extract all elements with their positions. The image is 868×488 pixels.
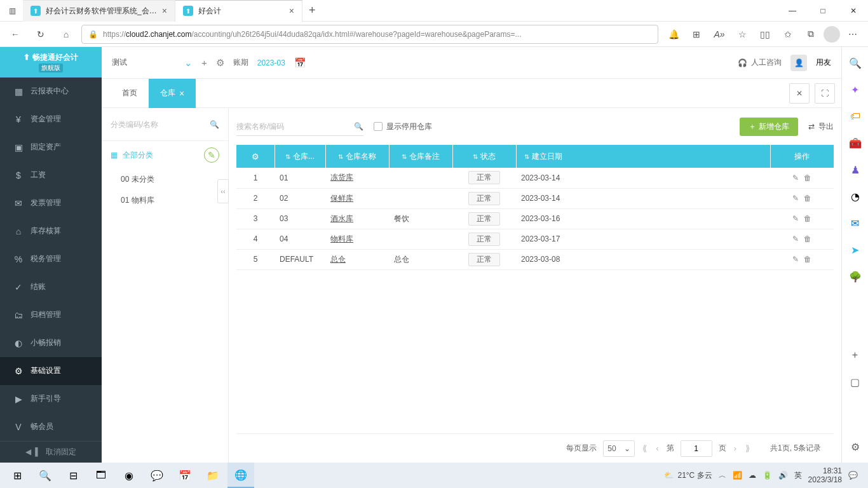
add-category-button[interactable]: ✎	[204, 147, 219, 163]
maximize-button[interactable]: □	[808, 0, 837, 22]
battery-icon[interactable]: 🔋	[763, 471, 772, 480]
profile-icon[interactable]	[824, 26, 840, 43]
sidebar-item-1[interactable]: ¥资金管理	[0, 105, 102, 133]
col-date[interactable]: ⇅建立日期	[516, 145, 770, 168]
cloud-icon[interactable]: ☁	[749, 471, 756, 480]
wifi-icon[interactable]: 📶	[733, 471, 742, 480]
browser-tab-1[interactable]: ⬆ 好会计 ×	[175, 0, 302, 22]
col-code[interactable]: ⇅仓库...	[275, 145, 325, 168]
refresh-button[interactable]: ↻	[31, 24, 51, 44]
home-button[interactable]: ⌂	[56, 24, 76, 44]
col-remark[interactable]: ⇅仓库备注	[389, 145, 452, 168]
wechat-icon[interactable]: 💬	[144, 463, 170, 488]
favorite-icon[interactable]: ☆	[732, 24, 752, 44]
collections-icon[interactable]: ⧉	[801, 24, 821, 44]
sidebar-item-8[interactable]: 🗂归档管理	[0, 301, 102, 329]
tree-icon[interactable]: 🌳	[848, 269, 862, 283]
delete-icon[interactable]: 🗑	[804, 173, 811, 182]
table-search-input[interactable]	[236, 122, 350, 131]
sidebar-item-2[interactable]: ▣固定资产	[0, 133, 102, 161]
page-input[interactable]	[681, 440, 712, 457]
fullscreen-button[interactable]: ⛶	[815, 83, 835, 104]
url-bar[interactable]: 🔒 https://cloud2.chanjet.com/accounting/…	[81, 25, 658, 44]
edit-icon[interactable]: ✎	[792, 234, 799, 243]
col-status[interactable]: ⇅状态	[452, 145, 516, 168]
settings-icon[interactable]: ⚙	[848, 440, 862, 454]
col-name[interactable]: ⇅仓库名称	[325, 145, 389, 168]
close-all-button[interactable]: ✕	[789, 83, 810, 104]
search-icon[interactable]: 🔍	[848, 56, 862, 70]
close-icon[interactable]: ×	[179, 88, 184, 98]
browser-tab-0[interactable]: ⬆ 好会计云财务软件管理系统_会计... ×	[23, 0, 175, 22]
per-page-select[interactable]: 50⌄	[603, 440, 635, 457]
delete-icon[interactable]: 🗑	[804, 214, 811, 223]
first-page-button[interactable]: ⟪	[641, 444, 648, 453]
consult-button[interactable]: 🎧人工咨询	[738, 57, 782, 68]
cell-name[interactable]: 保鲜库	[325, 188, 389, 208]
edit-icon[interactable]: ✎	[792, 214, 799, 223]
tab-actions-icon[interactable]: ▥	[5, 4, 19, 18]
chrome-icon[interactable]: ◉	[116, 463, 142, 488]
avatar[interactable]: 👤	[790, 55, 807, 71]
close-icon[interactable]: ×	[289, 6, 294, 16]
show-disabled-checkbox[interactable]: 显示停用仓库	[374, 121, 432, 132]
minimize-button[interactable]: —	[778, 0, 807, 22]
tab-warehouse[interactable]: 仓库×	[149, 79, 196, 108]
sidebar-item-3[interactable]: $工资	[0, 161, 102, 189]
sidebar-item-12[interactable]: V畅会员	[0, 413, 102, 441]
edit-icon[interactable]: ✎	[792, 173, 799, 182]
account-settings-icon[interactable]: ⚙	[216, 57, 224, 69]
category-search-input[interactable]	[111, 120, 206, 129]
collapse-button[interactable]: ‹‹	[217, 179, 229, 203]
add-icon[interactable]: +	[848, 348, 862, 362]
cell-name[interactable]: 酒水库	[325, 208, 389, 229]
send-icon[interactable]: ➤	[848, 243, 862, 257]
export-button[interactable]: ⇄导出	[808, 121, 834, 132]
cell-name[interactable]: 总仓	[325, 249, 389, 269]
prev-page-button[interactable]: ‹	[654, 444, 660, 453]
ime-indicator[interactable]: 英	[794, 470, 802, 481]
edge-app-icon[interactable]: 🌐	[227, 463, 254, 488]
tab-home[interactable]: 首页	[111, 79, 149, 108]
search-button[interactable]: 🔍	[32, 463, 58, 488]
weather[interactable]: ⛅21°C 多云	[664, 470, 712, 481]
volume-icon[interactable]: 🔊	[778, 471, 788, 480]
start-button[interactable]: ⊞	[4, 463, 31, 488]
clock[interactable]: 18:31 2023/3/18	[808, 466, 842, 485]
sidebar-item-6[interactable]: %税务管理	[0, 245, 102, 273]
delete-icon[interactable]: 🗑	[804, 194, 811, 203]
category-all[interactable]: ▦ 全部分类 ✎	[102, 141, 228, 169]
sidebar-item-10[interactable]: ⚙基础设置	[0, 357, 102, 385]
next-page-button[interactable]: ›	[733, 444, 738, 453]
close-button[interactable]: ✕	[839, 0, 868, 22]
close-icon[interactable]: ×	[162, 6, 167, 16]
delete-icon[interactable]: 🗑	[804, 255, 811, 264]
search-icon[interactable]: 🔍	[210, 120, 219, 129]
col-settings[interactable]: ⚙	[236, 145, 275, 168]
fileexplorer-icon[interactable]: 📁	[200, 463, 226, 488]
tray-chevron-icon[interactable]: ︿	[719, 470, 726, 481]
hide-icon[interactable]: ▢	[848, 375, 862, 389]
sidebar-item-7[interactable]: ✓结账	[0, 273, 102, 301]
add-account-icon[interactable]: +	[201, 57, 207, 68]
sidebar-item-9[interactable]: ◐小畅报销	[0, 329, 102, 357]
sidebar-item-4[interactable]: ✉发票管理	[0, 189, 102, 217]
games-icon[interactable]: ♟	[848, 163, 862, 177]
sidebar-toggle[interactable]: ◀▌取消固定	[0, 441, 102, 463]
tools-icon[interactable]: 🧰	[848, 136, 862, 150]
explorer-icon[interactable]: 🗔	[88, 463, 114, 488]
outlook-icon[interactable]: ✉	[848, 216, 862, 230]
period-value[interactable]: 2023-03	[257, 58, 285, 67]
extensions-icon[interactable]: ⊞	[686, 24, 707, 44]
taskview-button[interactable]: ⊟	[60, 463, 86, 488]
edit-icon[interactable]: ✎	[792, 255, 799, 264]
cell-name[interactable]: 物料库	[325, 229, 389, 249]
back-button[interactable]: ←	[5, 24, 25, 44]
discover-icon[interactable]: ✦	[848, 83, 862, 97]
sidebar-item-5[interactable]: ⌂库存核算	[0, 217, 102, 245]
sidebar-item-0[interactable]: ▦云报表中心	[0, 78, 102, 105]
category-item[interactable]: 00 未分类	[102, 169, 228, 190]
calendar-icon[interactable]: 📅	[294, 57, 306, 69]
delete-icon[interactable]: 🗑	[804, 234, 811, 243]
edit-icon[interactable]: ✎	[792, 194, 799, 203]
